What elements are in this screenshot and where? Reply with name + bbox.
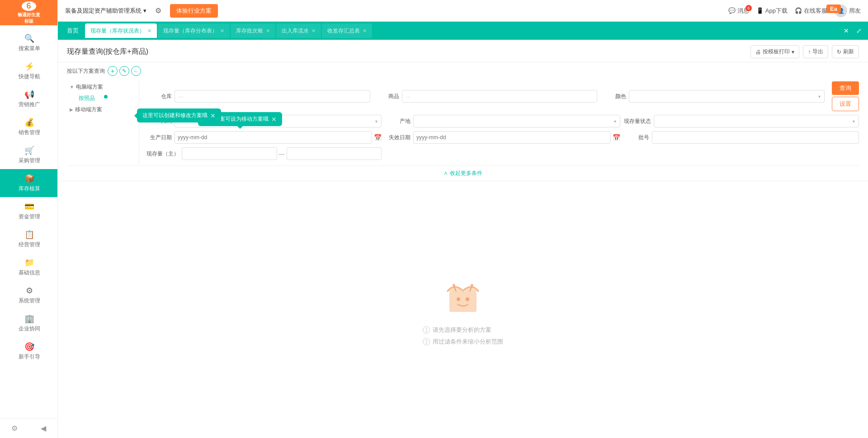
sidebar-item-label: 采购管理	[19, 157, 40, 165]
tab-close-all-btn[interactable]: ✕	[841, 25, 852, 36]
filter-label-row: 按以下方案查询 + ✎ ← 电脑方案可设为移动方案哦 ✕	[67, 66, 859, 76]
sidebar-item-purchase[interactable]: 🛒 采购管理	[0, 141, 57, 169]
sidebar-item-guide[interactable]: 🎯 新手引导	[0, 337, 57, 365]
reset-btn[interactable]: 设置	[832, 97, 859, 111]
goods-select[interactable]: ···	[402, 90, 598, 103]
sidebar-item-inventory[interactable]: 📦 库存核算	[0, 169, 57, 197]
mobile-arrow: ▶	[70, 107, 73, 112]
sidebar-collapse-btn[interactable]: ◀	[41, 424, 46, 433]
refresh-icon: ↻	[837, 49, 841, 55]
svg-point-2	[466, 297, 469, 301]
empty-illustration	[440, 273, 486, 319]
tabbar: 首页 现存量（库存状况表） ✕ 现存量（库存分布表） ✕ 库存批次账 ✕ 出入库…	[58, 22, 868, 40]
mobile-label: 移动端方案	[75, 106, 102, 113]
prod-date-calendar-icon[interactable]: 📅	[374, 134, 382, 141]
inv-main-range: —	[182, 147, 382, 160]
tab-batch[interactable]: 库存批次账 ✕	[231, 24, 275, 38]
inv-main-to-input[interactable]	[287, 147, 382, 160]
marketing-icon: 📢	[24, 89, 34, 99]
field-row-3: 生产日期 📅 失效日期 📅	[146, 131, 859, 144]
filter-add-btn[interactable]: +	[108, 66, 118, 76]
batch-label: 批号	[624, 134, 649, 141]
inv-status-group: 现存量状态 ▾	[624, 115, 859, 127]
print-label: 按模板打印	[763, 48, 790, 56]
sidebar-item-search[interactable]: 🔍 搜索菜单	[0, 29, 57, 57]
finance-icon: 💳	[24, 202, 34, 212]
svg-point-1	[457, 297, 460, 301]
sidebar-item-finance[interactable]: 💳 资金管理	[0, 197, 57, 225]
query-btn[interactable]: 查询	[832, 81, 859, 95]
print-chevron: ▾	[792, 49, 794, 55]
tab-batch-close[interactable]: ✕	[266, 28, 270, 34]
color-select[interactable]: ▾	[629, 90, 825, 103]
system-icon: ⚙	[26, 286, 33, 296]
warehouse-label: 仓库	[146, 93, 172, 100]
print-btn[interactable]: 🖨 按模板打印 ▾	[750, 45, 799, 58]
filter-label: 按以下方案查询	[67, 67, 105, 75]
experience-btn[interactable]: 体验行业方案	[170, 4, 218, 18]
app-download-btn[interactable]: 📱 App下载	[756, 7, 788, 15]
sidebar-footer: ⚙ ◀	[0, 418, 57, 438]
basic-icon: 📁	[24, 258, 34, 268]
message-btn[interactable]: 💬 消息 6	[728, 7, 749, 15]
desktop-label: 电脑端方案	[76, 83, 103, 91]
empty-state: 1 请先选择要分析的方案 2 用过滤条件来缩小分析范围	[58, 181, 868, 438]
sales-icon: 💰	[24, 118, 34, 127]
tab-inventory-status-close[interactable]: ✕	[147, 28, 151, 34]
tab-inout-close[interactable]: ✕	[311, 28, 316, 34]
collapse-bar[interactable]: ∧ 收起更多条件	[67, 165, 859, 181]
message-icon: 💬	[728, 7, 736, 14]
hint2-num: 2	[423, 338, 430, 345]
exp-date-input[interactable]	[413, 131, 611, 144]
filter-back-btn[interactable]: ←	[131, 66, 141, 76]
sidebar-item-marketing[interactable]: 📢 营销推广	[0, 85, 57, 113]
sidebar-nav: 🔍 搜索菜单 ⚡ 快捷导航 📢 营销推广 💰 销售管理 🛒 采购管理 📦 库存核…	[0, 25, 57, 418]
inv-status-select[interactable]: ▾	[654, 115, 859, 127]
scheme-item-desktop[interactable]: ▼ 电脑端方案	[67, 81, 135, 93]
filter-edit-btn[interactable]: ✎	[119, 66, 129, 76]
sidebar-settings-btn[interactable]: ⚙	[11, 424, 18, 433]
warehouse-select[interactable]: ···	[175, 90, 370, 103]
sidebar-item-system[interactable]: ⚙ 系统管理	[0, 281, 57, 309]
sidebar-item-enterprise[interactable]: 🏢 企业协同	[0, 309, 57, 337]
tab-inventory-dist[interactable]: 现存量（库存分布表） ✕	[158, 24, 230, 38]
scheme-item-mobile[interactable]: ▶ 移动端方案	[67, 104, 135, 115]
batch-input[interactable]	[652, 131, 859, 144]
tab-home[interactable]: 首页	[61, 24, 84, 38]
app-icon: 📱	[756, 7, 764, 14]
tab-collect-close[interactable]: ✕	[363, 28, 367, 34]
collapse-icon: ∧	[443, 170, 448, 176]
field-row-1: 仓库 ··· 商品 ··· 颜色	[146, 81, 859, 111]
origin-select[interactable]: ▾	[413, 115, 620, 127]
tab-inout[interactable]: 出入库流水 ✕	[276, 24, 321, 38]
sidebar-item-operation[interactable]: 📋 经营管理	[0, 225, 57, 253]
page-header: 现存量查询(按仓库+商品) 🖨 按模板打印 ▾ ↑ 导出 ↻ 刷新	[58, 40, 868, 62]
topbar-settings-btn[interactable]: ⚙	[152, 5, 165, 17]
sidebar-item-label: 库存核算	[19, 185, 40, 193]
tab-expand-btn[interactable]: ⤢	[854, 25, 864, 36]
support-btn[interactable]: 🎧 在线客服	[795, 7, 827, 15]
tab-inventory-status[interactable]: 现存量（库存状况表） ✕	[85, 24, 157, 38]
tooltip-scheme-mobile-close[interactable]: ✕	[271, 116, 277, 123]
tab-collect-label: 收发存汇总表	[327, 27, 360, 35]
refresh-label: 刷新	[843, 48, 854, 56]
svg-point-4	[453, 284, 455, 287]
action-btns: 查询 设置	[832, 81, 859, 111]
logo-text2: 标版	[24, 18, 33, 24]
tooltip-create-scheme-close[interactable]: ✕	[210, 112, 216, 119]
sidebar-item-quick[interactable]: ⚡ 快捷导航	[0, 57, 57, 85]
hint1-text: 请先选择要分析的方案	[433, 326, 491, 334]
system-selector[interactable]: 装备及固定资产辅助管理系统 ▾	[65, 7, 146, 15]
sidebar-item-sales[interactable]: 💰 销售管理	[0, 113, 57, 141]
exp-date-calendar-icon[interactable]: 📅	[613, 134, 620, 141]
prod-date-input[interactable]	[175, 131, 372, 144]
sidebar-item-basic[interactable]: 📁 基础信息	[0, 253, 57, 281]
tab-collect[interactable]: 收发存汇总表 ✕	[322, 24, 372, 38]
tab-inventory-dist-close[interactable]: ✕	[220, 28, 224, 34]
refresh-btn[interactable]: ↻ 刷新	[832, 45, 859, 58]
tabbar-actions: ✕ ⤢	[841, 25, 864, 36]
inv-status-chevron: ▾	[853, 119, 855, 124]
user-label: 用友	[849, 7, 861, 15]
export-btn[interactable]: ↑ 导出	[803, 45, 828, 58]
inv-main-from-input[interactable]	[182, 147, 277, 160]
